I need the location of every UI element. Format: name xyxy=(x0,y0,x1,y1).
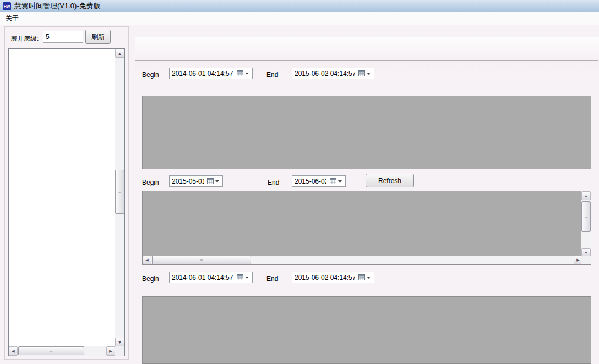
tree-vertical-scrollbar[interactable]: ▲ ▼ xyxy=(115,49,124,346)
refresh-pivot-button[interactable]: Refresh xyxy=(366,174,414,187)
date-value: 2015-05-01 xyxy=(170,178,204,185)
datetime-value: 2014-06-01 04:14:57 xyxy=(170,274,233,282)
end-date-picker-middle[interactable]: 2015-06-02 xyxy=(292,175,346,187)
end-label-bottom: End xyxy=(266,275,278,283)
begin-datetime-picker-bottom[interactable]: 2014-06-01 04:14:57 xyxy=(169,272,253,283)
datetime-value: 2015-06-02 04:14:57 xyxy=(292,70,355,78)
scroll-left-icon[interactable]: ◀ xyxy=(9,346,18,356)
scroll-right-icon[interactable]: ▶ xyxy=(106,346,115,356)
refresh-tree-button[interactable]: 刷新 xyxy=(85,30,111,44)
begin-label-middle: Begin xyxy=(142,179,159,186)
pivot-grid-content xyxy=(143,191,582,257)
scroll-thumb[interactable] xyxy=(115,170,124,214)
timelog-grid-top xyxy=(142,96,591,169)
begin-label-top: Begin xyxy=(142,71,159,79)
calendar-dropdown-icon[interactable] xyxy=(355,272,374,283)
begin-date-picker-middle[interactable]: 2015-05-01 xyxy=(169,175,223,187)
pivot-vertical-scrollbar[interactable]: ▲ ▼ xyxy=(581,191,591,257)
calendar-dropdown-icon[interactable] xyxy=(233,68,252,79)
scroll-up-icon[interactable]: ▲ xyxy=(115,49,124,58)
left-panel: 展开层级: 刷新 ▲ ▼ ◀ ▶ xyxy=(4,26,129,360)
begin-label-bottom: Begin xyxy=(142,275,159,283)
datetime-value: 2014-06-01 04:14:57 xyxy=(170,70,233,78)
tree-horizontal-scrollbar[interactable]: ◀ ▶ xyxy=(9,346,115,356)
task-tree: ▲ ▼ ◀ ▶ xyxy=(8,48,125,356)
date-value: 2015-06-02 xyxy=(292,178,326,185)
scroll-thumb[interactable] xyxy=(581,201,591,232)
datetime-value: 2015-06-02 04:14:57 xyxy=(292,274,355,282)
scrollbar-corner xyxy=(115,346,124,356)
calendar-dropdown-icon[interactable] xyxy=(204,176,222,186)
scroll-up-icon[interactable]: ▲ xyxy=(581,191,591,200)
begin-datetime-picker-top[interactable]: 2014-06-01 04:14:57 xyxy=(169,68,253,79)
calendar-dropdown-icon[interactable] xyxy=(233,272,252,283)
scroll-thumb[interactable] xyxy=(18,346,84,355)
scrollbar-corner xyxy=(581,256,591,264)
scroll-down-icon[interactable]: ▼ xyxy=(115,338,124,346)
tree-rows xyxy=(9,49,116,348)
end-datetime-picker-bottom[interactable]: 2015-06-02 04:14:57 xyxy=(292,272,374,283)
pivot-grid: ▲ ▼ ◀ ▶ xyxy=(142,191,591,265)
window-title: 慧翼时间管理(V1.0)-免费版 xyxy=(14,1,101,11)
calendar-dropdown-icon[interactable] xyxy=(355,68,374,79)
expand-level-input[interactable] xyxy=(43,31,83,43)
app-icon: HW xyxy=(3,2,11,10)
app-window: HW 慧翼时间管理(V1.0)-免费版 关于 展开层级: 刷新 ▲ ▼ ◀ ▶ … xyxy=(0,0,599,364)
menu-bar: 关于 xyxy=(0,12,599,25)
end-datetime-picker-top[interactable]: 2015-06-02 04:14:57 xyxy=(292,68,374,79)
scroll-left-icon[interactable]: ◀ xyxy=(143,256,151,264)
end-label-top: End xyxy=(266,71,278,79)
calendar-dropdown-icon[interactable] xyxy=(326,176,345,186)
end-label-middle: End xyxy=(268,179,279,186)
pivot-horizontal-scrollbar[interactable]: ◀ ▶ xyxy=(143,256,582,264)
expand-level-label: 展开层级: xyxy=(10,34,39,43)
timelog-grid-bottom xyxy=(142,296,591,364)
menu-item-about[interactable]: 关于 xyxy=(0,12,24,25)
title-bar: HW 慧翼时间管理(V1.0)-免费版 xyxy=(0,0,599,12)
scroll-thumb[interactable] xyxy=(152,256,251,264)
subtab-page-border xyxy=(135,60,598,61)
